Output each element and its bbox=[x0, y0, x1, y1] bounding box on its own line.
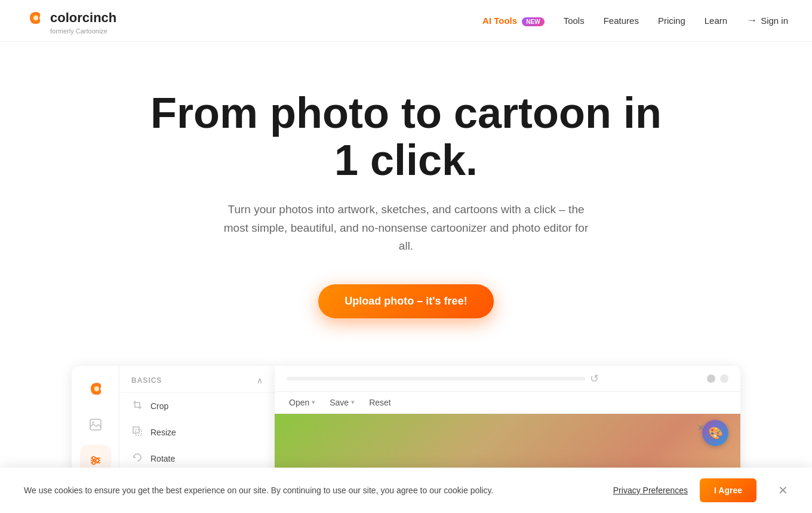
dot-active bbox=[707, 374, 715, 383]
basics-chevron-icon: ∧ bbox=[257, 376, 263, 385]
nav-pricing[interactable]: Pricing bbox=[658, 16, 685, 26]
nav-ai-tools[interactable]: AI Tools NEW bbox=[482, 16, 545, 26]
nav-learn[interactable]: Learn bbox=[705, 16, 727, 26]
svg-point-10 bbox=[92, 461, 95, 464]
resize-tool-item[interactable]: Resize bbox=[119, 419, 275, 446]
nav-links: AI Tools NEW Tools Features Pricing Lear… bbox=[482, 14, 788, 27]
resize-label: Resize bbox=[150, 428, 176, 437]
cookie-text: We use cookies to ensure you get the bes… bbox=[24, 486, 613, 495]
upload-cta-button[interactable]: Upload photo – it's free! bbox=[318, 284, 493, 318]
crop-label: Crop bbox=[150, 401, 168, 411]
refresh-icon[interactable]: ↺ bbox=[590, 372, 599, 385]
open-button[interactable]: Open ▾ bbox=[289, 398, 315, 407]
editor-toolbar: Open ▾ Save ▾ Reset bbox=[275, 392, 740, 414]
navbar: colorcinch formerly Cartoonize AI Tools … bbox=[0, 0, 812, 42]
logo[interactable]: colorcinch formerly Cartoonize bbox=[24, 7, 116, 35]
cookie-banner: We use cookies to ensure you get the bes… bbox=[0, 468, 812, 513]
svg-point-1 bbox=[33, 16, 38, 20]
crop-icon bbox=[131, 400, 143, 412]
logo-text: colorcinch bbox=[50, 10, 116, 26]
privacy-preferences-link[interactable]: Privacy Preferences bbox=[613, 486, 688, 495]
open-chevron-icon: ▾ bbox=[312, 398, 315, 406]
nav-tools[interactable]: Tools bbox=[564, 16, 585, 26]
user-avatar[interactable]: 🎨 bbox=[702, 420, 728, 446]
save-button[interactable]: Save ▾ bbox=[330, 398, 355, 407]
crop-tool-item[interactable]: Crop bbox=[119, 393, 275, 419]
basics-title: BASICS bbox=[131, 376, 162, 385]
editor-topbar-dots bbox=[707, 374, 728, 383]
editor-progress-bar bbox=[287, 377, 585, 380]
editor-progress-area: ↺ bbox=[287, 372, 707, 385]
signin-icon: → bbox=[746, 14, 757, 27]
nav-features[interactable]: Features bbox=[604, 16, 639, 26]
new-badge: NEW bbox=[522, 17, 544, 26]
dot-inactive bbox=[720, 374, 728, 383]
rotate-icon bbox=[131, 453, 143, 465]
resize-icon bbox=[131, 426, 143, 438]
svg-rect-12 bbox=[136, 429, 142, 435]
hero-section: From photo to cartoon in 1 click. Turn y… bbox=[0, 42, 812, 342]
svg-rect-11 bbox=[133, 427, 139, 433]
rotate-label: Rotate bbox=[150, 454, 175, 463]
basics-section-header: BASICS ∧ bbox=[119, 366, 275, 393]
reset-button[interactable]: Reset bbox=[369, 398, 391, 407]
svg-point-8 bbox=[92, 456, 95, 459]
agree-button[interactable]: I Agree bbox=[700, 478, 756, 502]
cookie-close-icon[interactable]: ✕ bbox=[778, 483, 788, 497]
svg-point-9 bbox=[96, 459, 99, 462]
save-chevron-icon: ▾ bbox=[351, 398, 355, 406]
logo-sub: formerly Cartoonize bbox=[50, 27, 116, 35]
svg-point-4 bbox=[92, 421, 94, 423]
editor-logo-icon bbox=[80, 373, 111, 404]
editor-topbar: ↺ bbox=[275, 366, 740, 392]
signin-button[interactable]: → Sign in bbox=[746, 14, 788, 27]
hero-title: From photo to cartoon in 1 click. bbox=[137, 90, 675, 184]
svg-point-2 bbox=[94, 386, 99, 391]
svg-rect-3 bbox=[90, 419, 101, 430]
editor-gallery-icon[interactable] bbox=[80, 409, 111, 440]
cookie-actions: Privacy Preferences I Agree ✕ bbox=[613, 478, 788, 502]
hero-subtitle: Turn your photos into artwork, sketches,… bbox=[221, 201, 591, 255]
